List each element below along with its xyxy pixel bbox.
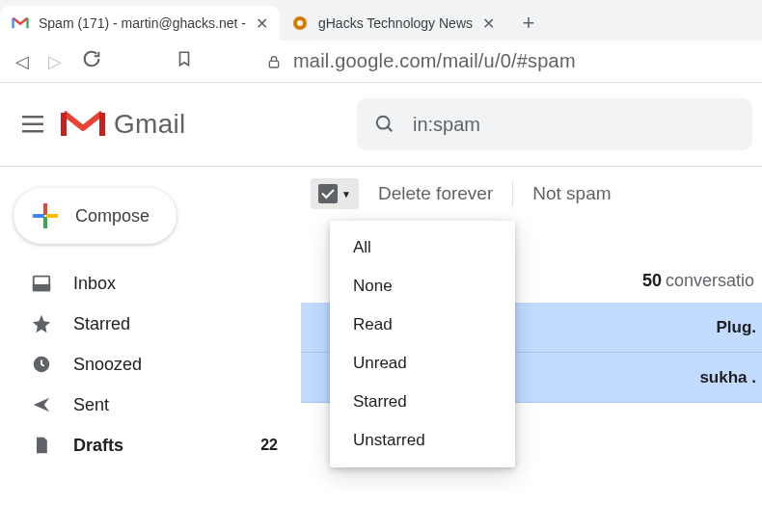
svg-rect-13 bbox=[34, 285, 50, 291]
plus-icon bbox=[31, 201, 60, 230]
compose-button[interactable]: Compose bbox=[14, 188, 177, 244]
tab-title: Spam (171) - martin@ghacks.net - bbox=[39, 15, 246, 31]
new-tab-button[interactable]: + bbox=[514, 9, 543, 38]
menu-item-all[interactable]: All bbox=[330, 228, 515, 267]
menu-item-read[interactable]: Read bbox=[330, 306, 515, 344]
browser-tab[interactable]: Spam (171) - martin@ghacks.net - ✕ bbox=[0, 6, 280, 40]
row-snippet: sukha . bbox=[699, 368, 756, 387]
action-bar: ▼ Delete forever Not spam bbox=[301, 178, 762, 219]
sidebar-item-label: Starred bbox=[73, 314, 130, 334]
file-icon bbox=[31, 435, 52, 456]
not-spam-button[interactable]: Not spam bbox=[513, 183, 611, 204]
lock-icon bbox=[266, 53, 282, 70]
gmail-header: Gmail bbox=[0, 83, 762, 167]
svg-rect-5 bbox=[22, 130, 43, 133]
star-icon bbox=[31, 313, 52, 334]
sidebar-item-snoozed[interactable]: Snoozed bbox=[0, 344, 301, 385]
svg-line-7 bbox=[388, 127, 393, 132]
gmail-favicon-icon bbox=[12, 14, 29, 32]
gmail-word: Gmail bbox=[114, 109, 186, 140]
sidebar-nav: Inbox Starred Snoozed Sent Drafts 22 bbox=[0, 263, 301, 466]
clock-icon bbox=[31, 354, 52, 375]
checkbox-icon bbox=[318, 184, 338, 203]
conversation-count-suffix: conversatio bbox=[666, 271, 754, 290]
sidebar-item-sent[interactable]: Sent bbox=[0, 385, 301, 425]
inbox-icon bbox=[31, 273, 52, 294]
sidebar-item-label: Snoozed bbox=[73, 355, 142, 375]
browser-tab[interactable]: gHacks Technology News ✕ bbox=[280, 6, 506, 40]
svg-rect-11 bbox=[46, 214, 58, 218]
menu-item-none[interactable]: None bbox=[330, 267, 515, 306]
svg-rect-10 bbox=[33, 214, 44, 218]
gmail-m-icon bbox=[60, 107, 106, 142]
sidebar-item-drafts[interactable]: Drafts 22 bbox=[0, 425, 301, 466]
svg-rect-8 bbox=[43, 203, 47, 215]
browser-toolbar: ◁ ▷ mail.google.com/mail/u/0/#spam bbox=[0, 40, 762, 83]
tab-strip: Spam (171) - martin@ghacks.net - ✕ gHack… bbox=[0, 0, 762, 40]
main-area: Compose Inbox Starred Snoozed Sent Draft… bbox=[0, 167, 762, 523]
sidebar-item-starred[interactable]: Starred bbox=[0, 304, 301, 344]
send-icon bbox=[31, 394, 52, 415]
content-pane: ▼ Delete forever Not spam 50conversatio … bbox=[301, 167, 762, 523]
browser-chrome: Spam (171) - martin@ghacks.net - ✕ gHack… bbox=[0, 0, 762, 83]
sidebar-item-inbox[interactable]: Inbox bbox=[0, 263, 301, 304]
svg-rect-2 bbox=[269, 61, 278, 67]
sidebar-item-label: Sent bbox=[73, 395, 109, 415]
gmail-logo[interactable]: Gmail bbox=[60, 107, 186, 142]
row-snippet: Plug. bbox=[716, 318, 756, 337]
svg-rect-3 bbox=[22, 116, 43, 119]
reload-button[interactable] bbox=[81, 48, 102, 74]
back-button[interactable]: ◁ bbox=[15, 51, 29, 72]
search-icon bbox=[374, 114, 395, 135]
menu-item-starred[interactable]: Starred bbox=[330, 383, 515, 421]
search-bar[interactable] bbox=[357, 98, 752, 150]
svg-point-6 bbox=[377, 117, 390, 129]
menu-item-unread[interactable]: Unread bbox=[330, 344, 515, 383]
svg-point-1 bbox=[297, 20, 303, 26]
menu-item-unstarred[interactable]: Unstarred bbox=[330, 421, 515, 460]
close-icon[interactable]: ✕ bbox=[482, 14, 495, 33]
sidebar-item-count: 22 bbox=[260, 437, 278, 454]
select-dropdown-menu: All None Read Unread Starred Unstarred bbox=[330, 221, 515, 467]
delete-forever-button[interactable]: Delete forever bbox=[359, 183, 512, 204]
chevron-down-icon: ▼ bbox=[341, 189, 351, 200]
search-input[interactable] bbox=[411, 113, 735, 137]
svg-rect-4 bbox=[22, 123, 43, 126]
select-all-dropdown[interactable]: ▼ bbox=[311, 178, 359, 209]
sidebar-item-label: Inbox bbox=[73, 274, 116, 294]
url-text: mail.google.com/mail/u/0/#spam bbox=[293, 50, 576, 72]
forward-button[interactable]: ▷ bbox=[48, 51, 62, 72]
svg-rect-9 bbox=[43, 217, 47, 228]
sidebar-item-label: Drafts bbox=[73, 436, 123, 456]
bookmark-icon[interactable] bbox=[176, 48, 193, 74]
tab-title: gHacks Technology News bbox=[318, 15, 473, 31]
compose-label: Compose bbox=[75, 206, 150, 226]
main-menu-button[interactable] bbox=[14, 105, 52, 144]
address-bar[interactable]: mail.google.com/mail/u/0/#spam bbox=[266, 50, 576, 72]
sidebar: Compose Inbox Starred Snoozed Sent Draft… bbox=[0, 167, 301, 523]
conversation-count: 50 bbox=[642, 271, 662, 290]
hamburger-icon bbox=[22, 116, 43, 133]
ghacks-favicon-icon bbox=[291, 14, 309, 32]
close-icon[interactable]: ✕ bbox=[256, 14, 268, 33]
